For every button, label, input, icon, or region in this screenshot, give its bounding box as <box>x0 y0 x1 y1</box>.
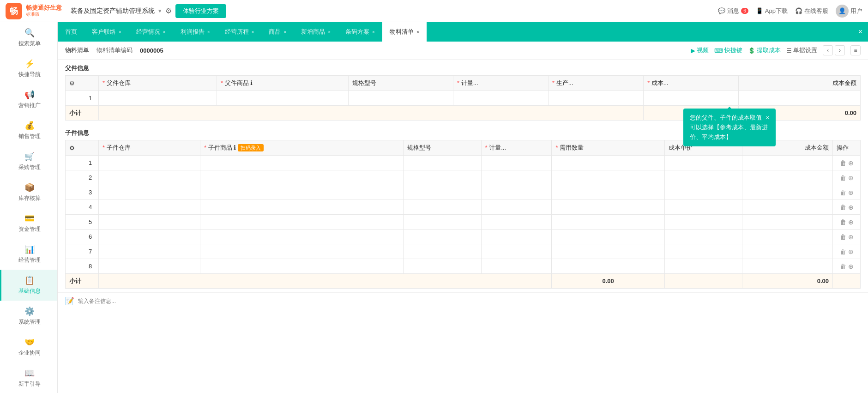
sidebar: 🔍 搜索菜单 ⚡ 快捷导航 📢 营销推广 💰 销售管理 🛒 采购管理 📦 库存核… <box>0 22 58 393</box>
copy-row-3[interactable]: ⊕ <box>848 189 854 196</box>
view-video-button[interactable]: ▶ 视频 <box>691 46 709 54</box>
tab-bom[interactable]: 物料清单 × <box>382 22 427 42</box>
close-customer-tab[interactable]: × <box>119 30 121 35</box>
close-business-tab[interactable]: × <box>163 30 166 35</box>
next-arrow[interactable]: › <box>835 45 845 55</box>
copy-row-4[interactable]: ⊕ <box>848 204 854 211</box>
sidebar-item-operation[interactable]: 📊 经营管理 <box>0 239 57 270</box>
tab-barcode[interactable]: 条码方案 × <box>338 22 382 42</box>
message-icon: 💬 <box>718 7 725 14</box>
th-child-unit: * 计量... <box>481 140 552 156</box>
tab-home[interactable]: 首页 <box>58 22 84 42</box>
tab-profit[interactable]: 利润报告 × <box>173 22 217 42</box>
parent-spec-cell[interactable] <box>348 91 453 106</box>
copy-row-1[interactable]: ⊕ <box>848 159 854 167</box>
tab-new-goods[interactable]: 新增商品 × <box>294 22 338 42</box>
book-icon: 📖 <box>24 368 35 378</box>
system-dropdown-icon[interactable]: ▾ <box>158 7 162 14</box>
close-bom-tab[interactable]: × <box>416 30 419 35</box>
shortcut-button[interactable]: ⌨ 快捷键 <box>714 46 742 54</box>
close-new-goods-tab[interactable]: × <box>328 30 331 35</box>
th-parent-cost-amount: 成本金额 <box>739 76 861 91</box>
flash-icon: ⚡ <box>24 59 35 69</box>
delete-row-2[interactable]: 🗑 <box>840 174 846 181</box>
delete-row-1[interactable]: 🗑 <box>840 159 846 167</box>
user-button[interactable]: 👤 用户 <box>836 5 862 18</box>
child-subtotal-label: 小计 <box>66 274 99 289</box>
child-warehouse-1[interactable] <box>99 156 200 170</box>
delete-row-3[interactable]: 🗑 <box>840 189 846 196</box>
delete-row-8[interactable]: 🗑 <box>840 263 846 270</box>
note-input[interactable] <box>78 298 861 304</box>
breadcrumb-bom[interactable]: 物料清单 <box>65 46 89 54</box>
child-goods-1[interactable] <box>200 156 403 170</box>
delete-row-6[interactable]: 🗑 <box>840 233 846 241</box>
trial-button[interactable]: 体验行业方案 <box>175 4 226 18</box>
sidebar-item-cooperation[interactable]: 🤝 企业协同 <box>0 332 57 363</box>
child-subtotal-cost: 0.00 <box>742 274 833 289</box>
sidebar-item-system[interactable]: ⚙️ 系统管理 <box>0 301 57 332</box>
sidebar-item-quick-nav[interactable]: ⚡ 快捷导航 <box>0 53 57 84</box>
headset-icon: 🎧 <box>795 7 802 14</box>
parent-unit-cell[interactable] <box>453 91 548 106</box>
online-service-button[interactable]: 🎧 在线客服 <box>795 7 828 15</box>
parent-row-settings <box>66 91 82 106</box>
close-barcode-tab[interactable]: × <box>372 30 375 35</box>
message-badge: 6 <box>741 8 748 14</box>
parent-production-cell[interactable] <box>549 91 644 106</box>
tab-customer[interactable]: 客户联络 × <box>84 22 129 42</box>
child-spec-1[interactable] <box>403 156 481 170</box>
sidebar-item-marketing[interactable]: 📢 营销推广 <box>0 84 57 115</box>
search-icon: 🔍 <box>24 28 35 38</box>
tooltip-close[interactable]: × <box>766 113 769 123</box>
menu-btn[interactable]: ≡ <box>850 45 861 55</box>
message-button[interactable]: 💬 消息 6 <box>718 7 748 15</box>
child-qty-1[interactable] <box>552 156 664 170</box>
settings-button[interactable]: ⚙ <box>165 6 172 15</box>
close-profit-tab[interactable]: × <box>207 30 210 35</box>
prev-arrow[interactable]: ‹ <box>823 45 833 55</box>
copy-row-6[interactable]: ⊕ <box>848 233 854 241</box>
parent-subtotal-label: 小计 <box>66 106 99 121</box>
child-unit-cost-1[interactable] <box>664 156 742 170</box>
child-table: ⚙ * 子件仓库 * 子件商品 ℹ 扫码录入 规格型号 * 计量... * 需用… <box>65 140 861 289</box>
app-download-button[interactable]: 📱 App下载 <box>756 7 788 15</box>
parent-goods-cell[interactable] <box>217 91 348 106</box>
delete-row-4[interactable]: 🗑 <box>840 204 846 211</box>
tab-history[interactable]: 经营历程 × <box>217 22 262 42</box>
sidebar-item-purchase[interactable]: 🛒 采购管理 <box>0 146 57 177</box>
delete-row-7[interactable]: 🗑 <box>840 248 846 255</box>
sidebar-item-inventory[interactable]: 📦 库存核算 <box>0 177 57 208</box>
sidebar-item-sales[interactable]: 💰 销售管理 <box>0 115 57 146</box>
delete-row-5[interactable]: 🗑 <box>840 218 846 226</box>
close-all-tabs[interactable]: × <box>853 28 868 36</box>
get-cost-button[interactable]: 💲 提取成本 <box>748 46 781 54</box>
parent-cost-cell[interactable] <box>644 91 739 106</box>
th-child-spec: 规格型号 <box>403 140 481 156</box>
single-setting-button[interactable]: ☰ 单据设置 <box>786 46 817 54</box>
sidebar-item-finance[interactable]: 💳 资金管理 <box>0 208 57 239</box>
system-title-area: 装备及固定资产辅助管理系统 ▾ ⚙ 体验行业方案 <box>63 4 718 18</box>
sidebar-item-basic-info[interactable]: 📋 基础信息 <box>0 270 57 301</box>
sidebar-item-guide[interactable]: 📖 新手引导 <box>0 363 57 393</box>
child-unit-1[interactable] <box>481 156 552 170</box>
child-subtotal-row: 小计 0.00 0.00 <box>66 274 861 289</box>
close-goods-tab[interactable]: × <box>283 30 286 35</box>
scan-badge[interactable]: 扫码录入 <box>238 144 264 151</box>
top-header: 畅 畅捷通好生意 标准版 装备及固定资产辅助管理系统 ▾ ⚙ 体验行业方案 💬 … <box>0 0 868 22</box>
child-ops-1: 🗑⊕ <box>833 156 861 170</box>
copy-row-2[interactable]: ⊕ <box>848 174 854 181</box>
page-content: 物料清单 物料清单编码 0000005 ▶ 视频 ⌨ 快捷键 💲 提取成本 <box>58 42 868 393</box>
close-history-tab[interactable]: × <box>252 30 254 35</box>
tab-business[interactable]: 经营情况 × <box>129 22 173 42</box>
th-child-warehouse: * 子件仓库 <box>99 140 200 156</box>
sidebar-item-search[interactable]: 🔍 搜索菜单 <box>0 22 57 53</box>
th-parent-row <box>82 76 99 91</box>
parent-warehouse-cell[interactable] <box>99 91 217 106</box>
copy-row-7[interactable]: ⊕ <box>848 248 854 255</box>
copy-row-8[interactable]: ⊕ <box>848 263 854 270</box>
logo-area: 畅 畅捷通好生意 标准版 <box>6 3 63 19</box>
child-row-3: 3 🗑⊕ <box>66 185 861 200</box>
copy-row-5[interactable]: ⊕ <box>848 218 854 226</box>
tab-goods[interactable]: 商品 × <box>261 22 294 42</box>
